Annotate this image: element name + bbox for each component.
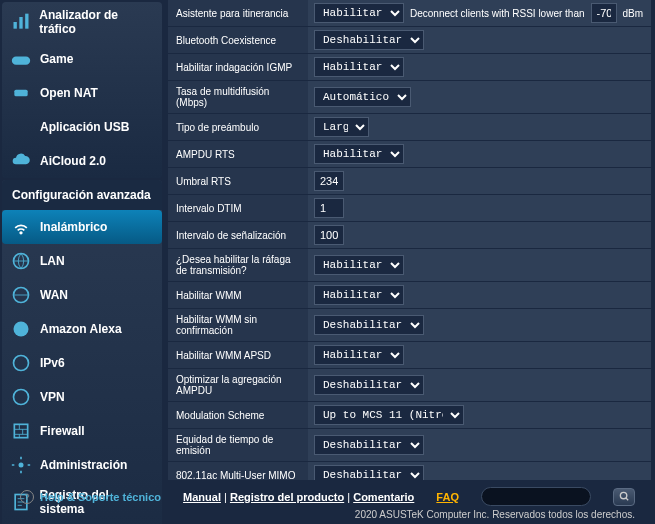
firewall-icon <box>10 420 32 442</box>
dbm-unit: dBm <box>623 8 644 19</box>
ipv6-icon <box>10 352 32 374</box>
chart-icon <box>10 11 31 33</box>
svg-point-8 <box>14 390 29 405</box>
footer: ? Help & Soporte técnico Manual | Regist… <box>0 480 655 524</box>
select-roaming[interactable]: Habilitar <box>314 3 404 23</box>
sidebar-item-gen-2[interactable]: Open NAT <box>2 76 162 110</box>
label-mumimo: 802.11ac Multi-User MIMO <box>168 462 308 480</box>
vpn-icon <box>10 386 32 408</box>
sidebar: Analizador de tráfico Game Open NAT Apli… <box>0 0 164 480</box>
sidebar-item-label: WAN <box>40 288 68 302</box>
sidebar-item-adv-1[interactable]: LAN <box>2 244 162 278</box>
svg-point-10 <box>19 463 24 468</box>
label-airtime: Equidad de tiempo de emisión <box>168 429 308 461</box>
svg-point-12 <box>620 492 626 498</box>
label-rts: Umbral RTS <box>168 168 308 194</box>
sidebar-item-adv-6[interactable]: Firewall <box>2 414 162 448</box>
sidebar-item-adv-7[interactable]: Administración <box>2 448 162 482</box>
cloud-icon <box>10 150 32 172</box>
select-mumimo[interactable]: Deshabilitar <box>314 465 424 480</box>
sidebar-item-label: Firewall <box>40 424 85 438</box>
select-ampdu[interactable]: Habilitar <box>314 144 404 164</box>
label-wmmapsd: Habilitar WMM APSD <box>168 342 308 368</box>
label-dtim: Intervalo DTIM <box>168 195 308 221</box>
input-rts[interactable] <box>314 171 344 191</box>
svg-rect-2 <box>25 14 28 29</box>
sidebar-item-adv-4[interactable]: IPv6 <box>2 346 162 380</box>
select-burst[interactable]: Habilitar <box>314 255 404 275</box>
select-mcast[interactable]: Automático <box>314 87 411 107</box>
select-airtime[interactable]: Deshabilitar <box>314 435 424 455</box>
footer-links: Manual | Registro del producto | Comenta… <box>183 491 414 503</box>
input-rssi[interactable] <box>591 3 617 23</box>
label-bt: Bluetooth Coexistence <box>168 27 308 53</box>
label-mcast: Tasa de multidifusión (Mbps) <box>168 81 308 113</box>
sidebar-item-adv-5[interactable]: VPN <box>2 380 162 414</box>
label-igmp: Habilitar indagación IGMP <box>168 54 308 80</box>
sidebar-item-label: Analizador de tráfico <box>39 8 154 36</box>
sidebar-item-gen-1[interactable]: Game <box>2 42 162 76</box>
svg-line-13 <box>625 498 627 500</box>
sidebar-item-label: Inalámbrico <box>40 220 107 234</box>
svg-rect-9 <box>14 424 27 437</box>
register-link[interactable]: Registro del producto <box>230 491 344 503</box>
select-bt[interactable]: Deshabilitar <box>314 30 424 50</box>
svg-rect-3 <box>14 90 27 97</box>
wan-icon <box>10 284 32 306</box>
copyright: 2020 ASUSTeK Computer Inc. Reservados to… <box>10 509 645 520</box>
settings-panel: Asistente para itinerancia Habilitar Dec… <box>164 0 655 480</box>
input-dtim[interactable] <box>314 198 344 218</box>
admin-icon <box>10 454 32 476</box>
sidebar-item-label: AiCloud 2.0 <box>40 154 106 168</box>
sidebar-item-gen-3[interactable]: Aplicación USB <box>2 110 162 144</box>
sidebar-item-label: LAN <box>40 254 65 268</box>
sidebar-item-gen-4[interactable]: AiCloud 2.0 <box>2 144 162 178</box>
svg-rect-1 <box>19 17 22 29</box>
game-icon <box>10 48 32 70</box>
help-link[interactable]: ? Help & Soporte técnico <box>20 490 161 504</box>
wifi-icon <box>10 216 32 238</box>
label-wmmna: Habilitar WMM sin confirmación <box>168 309 308 341</box>
svg-point-6 <box>14 322 29 337</box>
select-ampduagg[interactable]: Deshabilitar <box>314 375 424 395</box>
sidebar-item-label: Open NAT <box>40 86 98 100</box>
label-preamble: Tipo de preámbulo <box>168 114 308 140</box>
select-wmmapsd[interactable]: Habilitar <box>314 345 404 365</box>
search-input[interactable] <box>481 487 591 506</box>
manual-link[interactable]: Manual <box>183 491 221 503</box>
help-icon: ? <box>20 490 34 504</box>
sidebar-item-adv-3[interactable]: Amazon Alexa <box>2 312 162 346</box>
select-igmp[interactable]: Habilitar <box>314 57 404 77</box>
alexa-icon <box>10 318 32 340</box>
faq-link[interactable]: FAQ <box>436 491 459 503</box>
label-wmm: Habilitar WMM <box>168 282 308 308</box>
label-ampduagg: Optimizar la agregación AMPDU <box>168 369 308 401</box>
sidebar-item-label: Game <box>40 52 73 66</box>
search-button[interactable] <box>613 488 635 506</box>
roaming-note: Deconnect clients with RSSI lower than <box>410 8 585 19</box>
sidebar-item-label: IPv6 <box>40 356 65 370</box>
advanced-header: Configuración avanzada <box>2 180 162 210</box>
input-beacon[interactable] <box>314 225 344 245</box>
label-mod: Modulation Scheme <box>168 402 308 428</box>
label-beacon: Intervalo de señalización <box>168 222 308 248</box>
svg-point-7 <box>14 356 29 371</box>
label-roaming: Asistente para itinerancia <box>168 0 308 26</box>
select-preamble[interactable]: Largo <box>314 117 369 137</box>
label-ampdu: AMPDU RTS <box>168 141 308 167</box>
select-mod[interactable]: Up to MCS 11 (NitroQAM/1024-QAM) <box>314 405 464 425</box>
nat-icon <box>10 82 32 104</box>
sidebar-item-label: Aplicación USB <box>40 120 129 134</box>
sidebar-item-label: VPN <box>40 390 65 404</box>
lan-icon <box>10 250 32 272</box>
select-wmm[interactable]: Habilitar <box>314 285 404 305</box>
usb-icon <box>10 116 32 138</box>
sidebar-item-gen-0[interactable]: Analizador de tráfico <box>2 2 162 42</box>
sidebar-item-label: Amazon Alexa <box>40 322 122 336</box>
label-burst: ¿Desea habilitar la ráfaga de transmisió… <box>168 249 308 281</box>
sidebar-item-adv-0[interactable]: Inalámbrico <box>2 210 162 244</box>
comment-link[interactable]: Comentario <box>353 491 414 503</box>
select-wmmna[interactable]: Deshabilitar <box>314 315 424 335</box>
sidebar-item-label: Administración <box>40 458 127 472</box>
sidebar-item-adv-2[interactable]: WAN <box>2 278 162 312</box>
